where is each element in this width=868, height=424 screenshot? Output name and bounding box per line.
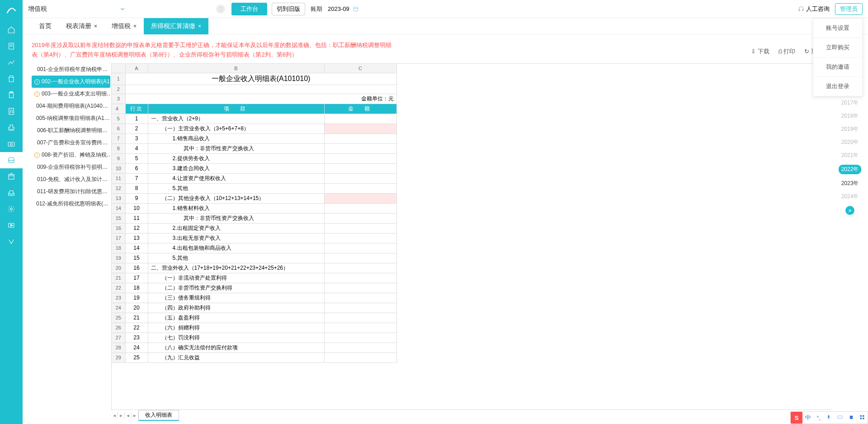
amount-cell[interactable]: [324, 143, 396, 153]
ime-mic-icon[interactable]: [823, 414, 834, 421]
item-cell[interactable]: 1.销售材料收入: [148, 203, 324, 213]
row-number-cell[interactable]: 17: [125, 273, 148, 283]
item-cell[interactable]: （七）罚没利得: [148, 333, 324, 343]
form-item[interactable]: !002-一般企业收入明细表(A1…: [32, 76, 110, 88]
user-menu-item[interactable]: 退出登录: [813, 77, 862, 96]
nav-video-icon[interactable]: [0, 217, 23, 233]
tab-税表清册[interactable]: 税表清册×: [59, 18, 104, 34]
row-number-cell[interactable]: 10: [125, 203, 148, 213]
amount-cell[interactable]: [324, 323, 396, 333]
form-item[interactable]: 010-免税、减计收入及加计…: [32, 173, 110, 186]
item-cell[interactable]: 2.提供劳务收入: [148, 153, 324, 163]
consult-link[interactable]: 人工咨询: [798, 5, 830, 13]
item-cell[interactable]: 5.其他: [148, 183, 324, 193]
amount-cell[interactable]: [324, 253, 396, 263]
year-item[interactable]: 2017年: [841, 99, 859, 107]
nav-bag-icon[interactable]: [0, 71, 23, 87]
ime-toolbox-icon[interactable]: [857, 414, 868, 421]
item-cell[interactable]: 4.让渡资产使用权收入: [148, 173, 324, 183]
amount-cell[interactable]: [324, 273, 396, 283]
item-cell[interactable]: 3.建造合同收入: [148, 163, 324, 173]
row-number-cell[interactable]: 9: [125, 193, 148, 203]
amount-cell[interactable]: [324, 343, 396, 353]
close-icon[interactable]: ×: [198, 23, 201, 29]
amount-cell[interactable]: [324, 203, 396, 213]
row-number-cell[interactable]: 19: [125, 293, 148, 303]
item-cell[interactable]: 1.销售商品收入: [148, 133, 324, 143]
row-number-cell[interactable]: 3: [125, 133, 148, 143]
row-number-cell[interactable]: 24: [125, 343, 148, 353]
admin-button[interactable]: 管理员: [835, 3, 863, 15]
form-item[interactable]: 005-纳税调整项目明细表(A1…: [32, 112, 110, 124]
year-more-icon[interactable]: »: [845, 206, 854, 215]
year-item[interactable]: 2024年: [841, 193, 859, 200]
form-item[interactable]: !008-资产折旧、摊销及纳税…: [32, 149, 110, 161]
ime-skin-icon[interactable]: [846, 414, 857, 421]
ime-logo-icon[interactable]: S: [791, 412, 802, 424]
form-item[interactable]: 006-职工薪酬纳税调整明细…: [32, 124, 110, 137]
item-cell[interactable]: （九）汇兑收益: [148, 353, 324, 362]
row-number-cell[interactable]: 22: [125, 323, 148, 333]
item-cell[interactable]: （五）盘盈利得: [148, 313, 324, 323]
tab-首页[interactable]: 首页: [32, 18, 59, 34]
user-menu-item[interactable]: 立即购买: [813, 38, 862, 57]
year-item[interactable]: 2021年: [841, 152, 859, 159]
item-cell[interactable]: 其中：非货币性资产交换收入: [148, 143, 324, 153]
ime-keyboard-icon[interactable]: [834, 414, 846, 421]
nav-calc-icon[interactable]: [0, 103, 23, 119]
amount-cell[interactable]: [324, 333, 396, 343]
amount-cell[interactable]: [324, 114, 396, 124]
row-number-cell[interactable]: 16: [125, 263, 148, 273]
form-item[interactable]: !003-一般企业成本支出明细…: [32, 88, 110, 100]
amount-cell[interactable]: [324, 213, 396, 223]
item-cell[interactable]: 一、营业收入（2+9）: [148, 114, 324, 124]
form-item[interactable]: 012-减免所得税优惠明细表(…: [32, 198, 110, 210]
download-button[interactable]: ⇩ 下载: [751, 48, 769, 56]
item-cell[interactable]: （一）非流动资产处置利得: [148, 273, 324, 283]
row-number-cell[interactable]: 12: [125, 223, 148, 233]
row-number-cell[interactable]: 8: [125, 183, 148, 193]
year-item[interactable]: 2020年: [841, 138, 859, 146]
nav-archive-icon[interactable]: [0, 168, 23, 185]
spreadsheet[interactable]: ABC 1一般企业收入明细表(A101010) 2 3金额单位：元 4行次项 目…: [111, 63, 832, 410]
item-cell[interactable]: 二、营业外收入（17+18+19+20+21+22+23+24+25+26）: [148, 263, 324, 273]
nav-gear-icon[interactable]: [0, 201, 23, 217]
row-number-cell[interactable]: 20: [125, 303, 148, 313]
item-cell[interactable]: （三）债务重组利得: [148, 293, 324, 303]
amount-cell[interactable]: [324, 193, 396, 203]
item-cell[interactable]: 4.出租包装物和商品收入: [148, 243, 324, 253]
row-number-cell[interactable]: 25: [125, 353, 148, 362]
tab-所得税汇算清缴[interactable]: 所得税汇算清缴×: [144, 18, 208, 34]
module-dropdown[interactable]: 增值税: [28, 5, 126, 13]
nav-cash-icon[interactable]: [0, 136, 23, 152]
amount-cell[interactable]: [324, 173, 396, 183]
period-picker[interactable]: 2023-09: [328, 5, 359, 13]
amount-cell[interactable]: [324, 124, 396, 133]
nav-chart-icon[interactable]: [0, 54, 23, 71]
form-item[interactable]: 011-研发费用加计扣除优惠…: [32, 186, 110, 198]
row-number-cell[interactable]: 7: [125, 173, 148, 183]
switch-old-button[interactable]: 切到旧版: [272, 3, 305, 15]
amount-cell[interactable]: [324, 353, 396, 362]
amount-cell[interactable]: [324, 223, 396, 233]
row-number-cell[interactable]: 23: [125, 333, 148, 343]
nav-clipboard-icon[interactable]: [0, 87, 23, 103]
row-number-cell[interactable]: 21: [125, 313, 148, 323]
item-cell[interactable]: 5.其他: [148, 253, 324, 263]
amount-cell[interactable]: [324, 263, 396, 273]
workbench-button[interactable]: 工作台: [231, 3, 267, 15]
user-menu-item[interactable]: 我的邀请: [813, 57, 862, 77]
round-icon[interactable]: [216, 5, 225, 14]
ime-lang[interactable]: 中: [802, 414, 814, 422]
sheet-tab[interactable]: 收入明细表: [138, 410, 179, 421]
col-header-c[interactable]: C: [324, 64, 396, 73]
amount-cell[interactable]: [324, 313, 396, 323]
form-item[interactable]: 007-广告费和业务宣传费跨…: [32, 137, 110, 149]
nav-inbox-icon[interactable]: [0, 185, 23, 201]
amount-cell[interactable]: [324, 233, 396, 243]
row-number-cell[interactable]: 18: [125, 283, 148, 293]
row-number-cell[interactable]: 14: [125, 243, 148, 253]
item-cell[interactable]: （二）非货币性资产交换利得: [148, 283, 324, 293]
col-header-a[interactable]: A: [125, 64, 148, 73]
item-cell[interactable]: （六）捐赠利得: [148, 323, 324, 333]
